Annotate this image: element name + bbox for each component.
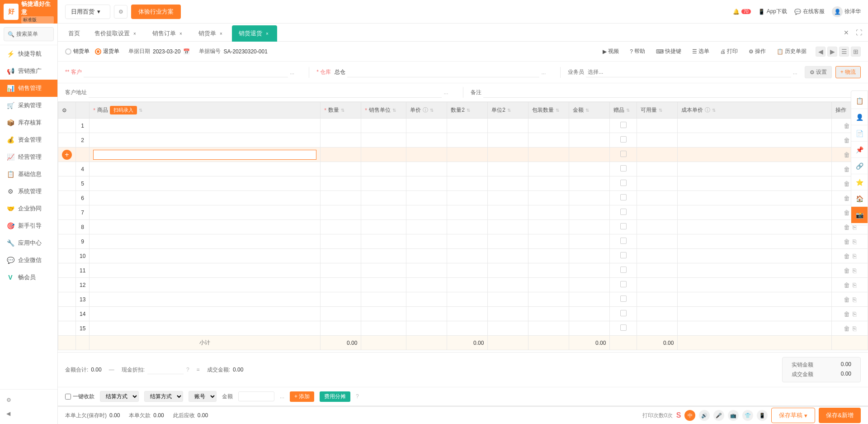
row-cost-1[interactable] [678, 119, 832, 133]
sidebar-item-vip[interactable]: V 畅会员 [0, 269, 57, 286]
notification-bell[interactable]: 🔔 70 [733, 9, 751, 15]
sidebar-item-finance[interactable]: 💰 资金管理 [0, 131, 57, 148]
sidebar-item-quick-nav[interactable]: ⚡ 快捷导航 [0, 45, 57, 62]
one-click-payment-check[interactable]: 一键收款 [65, 393, 94, 400]
rt-star[interactable]: ⭐ [851, 174, 868, 191]
calendar-icon[interactable]: 📅 [183, 48, 190, 55]
select-action[interactable]: ☰ 选单 [689, 46, 713, 57]
row-avail-2[interactable] [637, 133, 678, 148]
copy-icon[interactable]: ⎘ [853, 296, 856, 303]
sidebar-settings[interactable]: ⚙ [0, 393, 57, 407]
row-amount-3[interactable] [569, 148, 610, 162]
delete-row-icon-2[interactable]: 🗑 [844, 137, 850, 144]
row-unit-1[interactable] [361, 119, 406, 133]
tab-close-sales-order[interactable]: × [178, 30, 184, 37]
view-list-btn[interactable]: ☰ [839, 47, 849, 57]
sidebar-collapse[interactable]: ◀ [0, 407, 57, 420]
payment-amount-input[interactable] [238, 391, 274, 401]
add-payment-btn[interactable]: + 添加 [290, 391, 314, 402]
next-record-btn[interactable]: ▶ [827, 47, 837, 57]
experience-btn[interactable]: 体验行业方案 [131, 5, 181, 19]
row-qty2-1[interactable] [447, 119, 488, 133]
app-download-link[interactable]: 📱 App下载 [758, 8, 787, 15]
sidebar-item-marketing[interactable]: 📢 营销推广 [0, 62, 57, 80]
sidebar-item-guide[interactable]: 🎯 新手引导 [0, 217, 57, 234]
rt-clipboard[interactable]: 📋 [851, 93, 868, 109]
notes-input[interactable] [483, 87, 854, 98]
sort-qty-icon[interactable]: ⇅ [341, 108, 344, 113]
row-price-3[interactable] [406, 148, 447, 162]
discount-input[interactable] [147, 366, 184, 374]
row-pkg-3[interactable] [528, 148, 569, 162]
row-product-1[interactable] [90, 119, 321, 133]
address-input[interactable] [89, 87, 442, 98]
radio-return[interactable]: 退货单 [95, 48, 119, 55]
print-action[interactable]: 🖨 打印 [717, 46, 741, 57]
tab-home[interactable]: 首页 [61, 25, 87, 42]
delete-icon[interactable]: 🗑 [844, 180, 850, 187]
sys-icon-1[interactable]: S [676, 411, 681, 419]
prev-record-btn[interactable]: ◀ [816, 47, 826, 57]
row-pkg-2[interactable] [528, 133, 569, 148]
rt-user[interactable]: 👤 [851, 109, 868, 125]
delete-icon[interactable]: 🗑 [844, 296, 850, 303]
address-picker-btn[interactable]: ... [443, 89, 448, 95]
row-cost-2[interactable] [678, 133, 832, 148]
row-gift-1[interactable] [610, 119, 637, 133]
delete-row-icon-3[interactable]: 🗑 [844, 151, 850, 158]
copy-icon[interactable]: ⎘ [853, 267, 856, 274]
row-product-3[interactable] [90, 148, 321, 162]
search-menu-button[interactable]: 🔍 搜索菜单 [4, 27, 54, 41]
payment-help-icon[interactable]: ? [356, 393, 359, 400]
row-qty-1[interactable] [321, 119, 361, 133]
sort-avail-icon[interactable]: ⇅ [659, 108, 662, 113]
sidebar-item-basic-info[interactable]: 📋 基础信息 [0, 166, 57, 183]
rt-link[interactable]: 🔗 [851, 158, 868, 174]
sort-price-icon[interactable]: ⇅ [430, 108, 434, 113]
tab-close-sale-return[interactable]: × [264, 30, 270, 37]
help-action[interactable]: ? 帮助 [626, 46, 649, 57]
account-method-select[interactable]: 结算方式 [100, 391, 139, 402]
delete-icon[interactable]: 🗑 [844, 325, 850, 332]
sidebar-item-system[interactable]: ⚙ 系统管理 [0, 183, 57, 200]
row-gift-3[interactable] [610, 148, 637, 162]
row-price-1[interactable] [406, 119, 447, 133]
sort-unit-icon[interactable]: ⇅ [392, 108, 396, 113]
maximize-tab-btn[interactable]: ⛶ [854, 27, 864, 38]
rt-document[interactable]: 📄 [851, 125, 868, 142]
industry-selector[interactable]: 日用百货 ▾ [65, 5, 110, 19]
logistics-btn[interactable]: + 物流 [835, 66, 861, 78]
copy-icon[interactable]: ⎘ [853, 238, 856, 245]
row-unit2-1[interactable] [488, 119, 528, 133]
shortcut-action[interactable]: ⌨ 快捷键 [652, 46, 685, 57]
product-input-3[interactable] [93, 150, 316, 160]
delete-icon[interactable]: 🗑 [844, 209, 850, 216]
delete-icon[interactable]: 🗑 [844, 238, 850, 245]
delete-icon[interactable]: 🗑 [844, 195, 850, 202]
doc-settings-btn[interactable]: ⚙ 设置 [805, 66, 832, 78]
delete-icon[interactable]: 🗑 [844, 310, 850, 318]
sort-product-icon[interactable]: ⇅ [139, 108, 142, 113]
delete-icon[interactable]: 🗑 [844, 267, 850, 274]
rt-pin[interactable]: 📌 [851, 142, 868, 158]
sort-unit2-icon[interactable]: ⇅ [507, 108, 511, 113]
tab-close-price-extract[interactable]: × [132, 30, 138, 37]
row-qty2-2[interactable] [447, 133, 488, 148]
row-avail-3[interactable] [637, 148, 678, 162]
copy-icon[interactable]: ⎘ [853, 310, 856, 318]
sort-cost-icon[interactable]: ⇅ [712, 108, 716, 113]
sidebar-item-app-center[interactable]: 🔧 应用中心 [0, 234, 57, 252]
row-amount-2[interactable] [569, 133, 610, 148]
sys-icon-3[interactable]: 🔊 [699, 410, 710, 421]
view-grid-btn[interactable]: ⊞ [851, 47, 861, 57]
sort-qty2-icon[interactable]: ⇅ [467, 108, 470, 113]
tab-sales-order[interactable]: 销售订单 × [146, 25, 191, 42]
sidebar-item-wechat[interactable]: 💬 企业微信 [0, 252, 57, 269]
header-gear-btn[interactable]: ⚙ [114, 5, 127, 19]
sidebar-item-inventory[interactable]: 📦 库存核算 [0, 114, 57, 131]
sort-amount-icon[interactable]: ⇅ [585, 108, 589, 113]
tab-sale-return[interactable]: 销货退货 × [232, 25, 277, 42]
sidebar-item-sales[interactable]: 📊 销售管理 [0, 80, 57, 97]
sidebar-item-purchase[interactable]: 🛒 采购管理 [0, 97, 57, 114]
staff-input[interactable] [586, 67, 791, 77]
